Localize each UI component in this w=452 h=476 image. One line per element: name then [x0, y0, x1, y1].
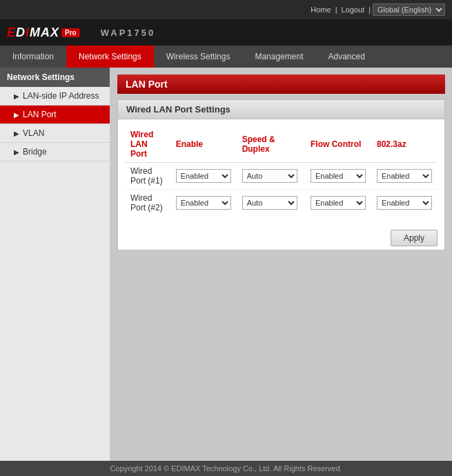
- port2-az-cell: Enabled Disabled: [371, 190, 438, 217]
- nav-information[interactable]: Information: [0, 46, 66, 68]
- sidebar-label-bridge: Bridge: [23, 147, 47, 157]
- col-wired-lan-port: Wired LAN Port: [125, 126, 170, 163]
- arrow-icon-vlan: ▶: [14, 130, 19, 137]
- footer: Copyright 2014 © EDIMAX Technology Co., …: [0, 461, 452, 476]
- section-box: Wired LAN Port Settings Wired LAN Port E…: [117, 99, 445, 250]
- page-title: LAN Port: [117, 75, 445, 94]
- port1-enable-cell: Enabled Disabled: [170, 163, 237, 190]
- sidebar-item-lan-port[interactable]: ▶ LAN Port: [0, 106, 110, 124]
- port1-flow-cell: Enabled Disabled: [305, 163, 371, 190]
- home-link[interactable]: Home: [311, 6, 331, 14]
- language-select[interactable]: Global (English): [373, 3, 445, 16]
- apply-button[interactable]: Apply: [391, 230, 438, 246]
- sidebar: Network Settings ▶ LAN-side IP Address ▶…: [0, 68, 110, 461]
- port2-name: Wired Port (#2): [125, 190, 170, 217]
- port1-az-cell: Enabled Disabled: [371, 163, 438, 190]
- sidebar-item-lan-ip[interactable]: ▶ LAN-side IP Address: [0, 87, 110, 106]
- pro-badge: Pro: [61, 28, 80, 37]
- arrow-icon-bridge: ▶: [14, 148, 19, 156]
- col-speed-duplex: Speed & Duplex: [237, 126, 305, 163]
- apply-row: Apply: [118, 223, 444, 250]
- main-layout: Network Settings ▶ LAN-side IP Address ▶…: [0, 68, 452, 461]
- port2-speed-select[interactable]: Auto 10 Mbps 100 Mbps: [242, 196, 297, 210]
- nav-bar: Information Network Settings Wireless Se…: [0, 46, 452, 68]
- section-title: Wired LAN Port Settings: [118, 100, 444, 119]
- sidebar-item-bridge[interactable]: ▶ Bridge: [0, 143, 110, 161]
- port1-speed-select[interactable]: Auto 10 Mbps 100 Mbps: [242, 169, 297, 183]
- sidebar-label-lan-ip: LAN-side IP Address: [23, 91, 99, 101]
- table-row: Wired Port (#1) Enabled Disabled Auto: [125, 163, 438, 190]
- port1-speed-cell: Auto 10 Mbps 100 Mbps: [237, 163, 305, 190]
- section-content: Wired LAN Port Enable Speed & Duplex Flo…: [118, 119, 444, 223]
- nav-wireless-settings[interactable]: Wireless Settings: [154, 46, 243, 68]
- col-802az: 802.3az: [371, 126, 438, 163]
- table-header-row: Wired LAN Port Enable Speed & Duplex Flo…: [125, 126, 438, 163]
- port1-enable-select[interactable]: Enabled Disabled: [176, 169, 231, 183]
- port1-flow-select[interactable]: Enabled Disabled: [311, 169, 366, 183]
- arrow-icon-active: ▶: [14, 111, 19, 119]
- logo-bar: EDIMAX Pro WAP1750: [0, 19, 452, 46]
- sidebar-item-vlan[interactable]: ▶ VLAN: [0, 124, 110, 143]
- port1-az-select[interactable]: Enabled Disabled: [377, 169, 432, 183]
- col-flow-control: Flow Control: [305, 126, 371, 163]
- brand-name: EDIMAX: [7, 26, 59, 40]
- content-area: LAN Port Wired LAN Port Settings Wired L…: [110, 68, 452, 461]
- sidebar-title: Network Settings: [0, 68, 110, 87]
- port2-enable-cell: Enabled Disabled: [170, 190, 237, 217]
- sidebar-label-vlan: VLAN: [23, 128, 44, 138]
- port2-enable-select[interactable]: Enabled Disabled: [176, 196, 231, 210]
- logo: EDIMAX Pro: [7, 26, 80, 40]
- nav-network-settings[interactable]: Network Settings: [66, 46, 154, 68]
- arrow-icon: ▶: [14, 92, 19, 100]
- port2-flow-cell: Enabled Disabled: [305, 190, 371, 217]
- nav-advanced[interactable]: Advanced: [315, 46, 377, 68]
- nav-management[interactable]: Management: [242, 46, 315, 68]
- port2-flow-select[interactable]: Enabled Disabled: [311, 196, 366, 210]
- port1-name: Wired Port (#1): [125, 163, 170, 190]
- sidebar-label-lan-port: LAN Port: [23, 110, 57, 119]
- port2-speed-cell: Auto 10 Mbps 100 Mbps: [237, 190, 305, 217]
- model-number: WAP1750: [101, 28, 156, 38]
- col-enable: Enable: [170, 126, 237, 163]
- top-bar: Home | Logout | Global (English): [0, 0, 452, 19]
- table-row: Wired Port (#2) Enabled Disabled Auto: [125, 190, 438, 217]
- footer-text: Copyright 2014 © EDIMAX Technology Co., …: [110, 464, 342, 473]
- lan-port-table: Wired LAN Port Enable Speed & Duplex Flo…: [125, 126, 438, 216]
- port2-az-select[interactable]: Enabled Disabled: [377, 196, 432, 210]
- logout-link[interactable]: Logout: [341, 6, 364, 14]
